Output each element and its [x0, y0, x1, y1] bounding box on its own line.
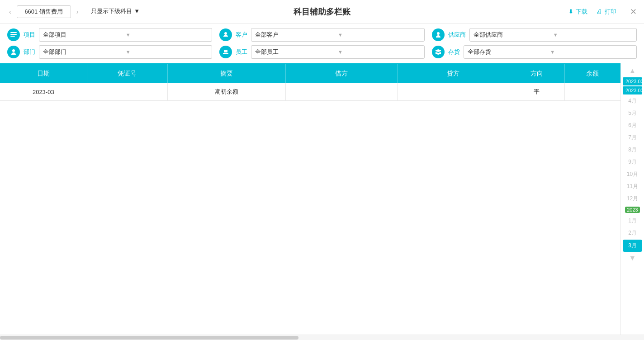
month-11[interactable]: 11月 [621, 180, 644, 193]
timeline-up-arrow[interactable]: ▲ [627, 65, 638, 77]
table-area[interactable]: 日期 凭证号 摘要 借方 贷方 方向 余额 2023-03 期初余额 [0, 63, 620, 335]
timeline-panel: ▲ 2023.03 2023.03 4月 5月 6月 7月 8月 9月 10月 … [620, 63, 644, 335]
svg-rect-6 [223, 53, 228, 54]
department-select[interactable]: 全部部门 ▼ [39, 45, 212, 59]
svg-rect-5 [224, 50, 227, 52]
customer-select[interactable]: 全部客户 ▼ [251, 28, 424, 42]
print-icon: 🖨 [597, 8, 602, 15]
show-sub-arrow-icon: ▼ [134, 8, 140, 14]
project-select[interactable]: 全部项目 ▼ [39, 28, 212, 42]
inventory-label: 存货 [448, 48, 460, 56]
show-sub-button[interactable]: 只显示下级科目 ▼ [91, 7, 140, 16]
employee-value: 全部员工 [255, 48, 338, 56]
project-arrow-icon: ▼ [126, 32, 208, 38]
month-8[interactable]: 8月 [621, 144, 644, 156]
col-summary: 摘要 [167, 64, 285, 83]
timeline-down-arrow[interactable]: ▼ [627, 252, 638, 264]
svg-point-3 [437, 32, 440, 35]
nav-next-arrow[interactable]: › [75, 7, 80, 16]
account-code-box[interactable]: 6601 销售费用 [17, 5, 71, 18]
download-button[interactable]: ⬇ 下载 [568, 8, 587, 16]
supplier-icon [432, 28, 445, 41]
department-label: 部门 [24, 48, 35, 56]
svg-point-4 [12, 49, 15, 52]
employee-label: 员工 [236, 48, 247, 56]
table-row: 2023-03 期初余额 平 [0, 83, 620, 101]
project-icon [7, 28, 20, 41]
department-filter-item: 部门 全部部门 ▼ [7, 45, 212, 59]
inventory-arrow-icon: ▼ [550, 49, 633, 55]
month-4[interactable]: 4月 [621, 95, 644, 107]
col-credit: 贷方 [397, 64, 509, 83]
page-title: 科目辅助多栏账 [294, 6, 350, 17]
customer-arrow-icon: ▼ [338, 32, 421, 38]
customer-icon [219, 28, 232, 41]
col-voucher: 凭证号 [87, 64, 167, 83]
col-debit: 借方 [285, 64, 397, 83]
inventory-icon [432, 46, 445, 58]
svg-rect-0 [10, 32, 17, 33]
cell-voucher [87, 83, 167, 101]
horizontal-scrollbar[interactable] [0, 335, 644, 340]
supplier-select[interactable]: 全部供应商 ▼ [469, 28, 637, 42]
col-date: 日期 [0, 64, 87, 83]
employee-select[interactable]: 全部员工 ▼ [251, 45, 424, 59]
col-balance: 余额 [564, 64, 620, 83]
customer-label: 客户 [236, 31, 247, 39]
department-arrow-icon: ▼ [126, 49, 208, 55]
title-left: ‹ 6601 销售费用 › 只显示下级科目 ▼ [7, 5, 140, 18]
period-2023-03-top[interactable]: 2023.03 [623, 77, 642, 85]
month-2[interactable]: 2月 [621, 227, 644, 239]
close-button[interactable]: ✕ [630, 7, 637, 17]
month-5[interactable]: 5月 [621, 107, 644, 119]
supplier-filter-item: 供应商 全部供应商 ▼ [432, 28, 637, 42]
cell-balance [564, 83, 620, 101]
data-table: 日期 凭证号 摘要 借方 贷方 方向 余额 2023-03 期初余额 [0, 64, 620, 101]
print-button[interactable]: 🖨 打印 [597, 8, 616, 16]
customer-value: 全部客户 [255, 31, 338, 39]
month-3-active[interactable]: 3月 [623, 240, 642, 252]
department-value: 全部部门 [43, 48, 126, 56]
supplier-label: 供应商 [448, 31, 466, 39]
download-label: 下载 [576, 8, 587, 16]
download-icon: ⬇ [568, 8, 573, 15]
inventory-select[interactable]: 全部存货 ▼ [464, 45, 637, 59]
month-6[interactable]: 6月 [621, 119, 644, 132]
main-content: 日期 凭证号 摘要 借方 贷方 方向 余额 2023-03 期初余额 [0, 63, 644, 335]
supplier-value: 全部供应商 [474, 31, 553, 39]
scrollbar-thumb[interactable] [0, 336, 298, 340]
svg-rect-2 [10, 36, 15, 37]
month-12[interactable]: 12月 [621, 193, 644, 205]
employee-icon [219, 46, 232, 58]
svg-rect-1 [10, 34, 17, 35]
inventory-value: 全部存货 [468, 48, 550, 56]
project-filter-item: 项目 全部项目 ▼ [7, 28, 212, 42]
title-bar: ‹ 6601 销售费用 › 只显示下级科目 ▼ 科目辅助多栏账 ⬇ 下载 🖨 打… [0, 0, 644, 24]
cell-direction: 平 [509, 83, 564, 101]
year-2023-badge: 2023 [625, 207, 639, 213]
month-9[interactable]: 9月 [621, 156, 644, 168]
print-label: 打印 [605, 8, 616, 16]
month-7[interactable]: 7月 [621, 132, 644, 144]
month-1[interactable]: 1月 [621, 215, 644, 227]
supplier-arrow-icon: ▼ [553, 32, 633, 38]
project-label: 项目 [24, 31, 35, 39]
customer-filter-item: 客户 全部客户 ▼ [219, 28, 424, 42]
table-header-row: 日期 凭证号 摘要 借方 贷方 方向 余额 [0, 64, 620, 83]
cell-summary: 期初余额 [167, 83, 285, 101]
nav-prev-arrow[interactable]: ‹ [7, 7, 13, 16]
project-value: 全部项目 [43, 31, 126, 39]
filter-area: 项目 全部项目 ▼ 客户 全部客户 ▼ [0, 24, 644, 63]
cell-debit [285, 83, 397, 101]
employee-filter-item: 员工 全部员工 ▼ [219, 45, 424, 59]
account-code-label: 6601 销售费用 [24, 8, 63, 15]
period-2023-03[interactable]: 2023.03 [623, 86, 642, 94]
cell-credit [397, 83, 509, 101]
show-sub-label: 只显示下级科目 [91, 7, 132, 15]
month-10[interactable]: 10月 [621, 168, 644, 180]
department-icon [7, 46, 20, 58]
cell-date: 2023-03 [0, 83, 87, 101]
main-window: ‹ 6601 销售费用 › 只显示下级科目 ▼ 科目辅助多栏账 ⬇ 下载 🖨 打… [0, 0, 644, 340]
employee-arrow-icon: ▼ [338, 49, 421, 55]
col-direction: 方向 [509, 64, 564, 83]
